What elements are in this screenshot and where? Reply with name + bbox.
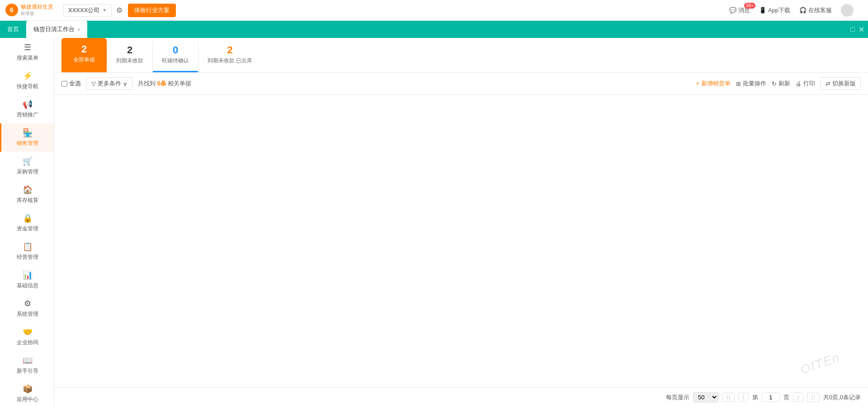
switch-icon: ⇄ [826, 80, 830, 87]
refresh-button[interactable]: ↻ 刷新 [772, 80, 790, 88]
found-suffix: 相关单据 [168, 80, 191, 87]
logo-area: 6 畅捷通好生意 标准版 [5, 4, 60, 16]
search-menu-label: 搜索菜单 [17, 54, 38, 62]
first-page-button[interactable]: ⟨⟨ [722, 393, 735, 402]
print-label: 打印 [803, 80, 815, 88]
app-download-item[interactable]: 📱 App下载 [759, 6, 790, 14]
close-tab-icon[interactable]: × [77, 27, 80, 32]
operations-label: 经营管理 [17, 253, 38, 261]
top-right-area: 💬 消息 99+ 📱 App下载 🎧 在线客服 [729, 4, 863, 17]
sidebar-item-search-menu[interactable]: ☰ 搜索菜单 [0, 38, 54, 66]
page-unit: 页 [783, 393, 789, 402]
stat-pending-label: 旺辅待确认 [162, 57, 189, 65]
trial-button[interactable]: 体验行业方案 [128, 4, 176, 17]
messages-item[interactable]: 💬 消息 99+ [729, 6, 750, 14]
per-page-label: 每页显示 [666, 393, 689, 402]
inventory-label: 库存核算 [17, 196, 38, 204]
stat-tab-all[interactable]: 2 全部单据 [61, 38, 107, 72]
batch-icon: ⊞ [736, 80, 741, 87]
filter-button[interactable]: ▽ 更多条件 ∨ [86, 77, 132, 90]
sales-icon: 🏪 [23, 128, 33, 138]
basic-info-label: 基础信息 [17, 282, 38, 290]
switch-label: 切换新版 [832, 80, 856, 88]
home-tab[interactable]: 首页 [0, 21, 26, 38]
sidebar-item-guide[interactable]: 📖 新手引导 [0, 351, 54, 379]
filter-label: 更多条件 [98, 80, 121, 88]
batch-operation-button[interactable]: ⊞ 批量操作 [736, 80, 766, 88]
basic-info-icon: 📊 [23, 270, 33, 280]
stat-tab-pending[interactable]: 0 旺辅待确认 [153, 38, 198, 72]
company-name: XXXXX公司 [68, 6, 99, 14]
inventory-icon: 🏠 [23, 185, 33, 195]
guide-icon: 📖 [23, 356, 33, 365]
sidebar-item-operations[interactable]: 📋 经营管理 [0, 237, 54, 266]
purchase-label: 采购管理 [17, 168, 38, 176]
sidebar-item-inventory[interactable]: 🏠 库存核算 [0, 180, 54, 209]
sidebar-item-marketing[interactable]: 📢 营销推广 [0, 95, 54, 123]
stat-overdue-number: 2 [116, 44, 143, 56]
sidebar: ☰ 搜索菜单 ⚡ 快捷导航 📢 营销推广 🏪 销售管理 🛒 采购管理 🏠 库存核… [0, 38, 54, 407]
app-center-label: 应用中心 [17, 396, 38, 403]
main-layout: ☰ 搜索菜单 ⚡ 快捷导航 📢 营销推广 🏪 销售管理 🛒 采购管理 🏠 库存核… [0, 38, 868, 407]
company-arrow: ▼ [102, 8, 107, 13]
headset-icon: 🎧 [799, 7, 807, 14]
sidebar-item-purchase[interactable]: 🛒 采购管理 [0, 152, 54, 180]
nav-collapse-btn[interactable]: □ [850, 25, 855, 33]
active-tab-label: 钱货日清工作台 [33, 25, 75, 33]
next-page-button[interactable]: ⟩ [793, 393, 803, 402]
page-input[interactable] [762, 393, 780, 402]
page-label: 第 [752, 393, 758, 402]
system-icon: ⚙ [24, 299, 31, 309]
app-download-label: App下载 [768, 6, 790, 14]
home-tab-label: 首页 [7, 25, 19, 33]
last-page-button[interactable]: ⟩⟩ [807, 393, 820, 402]
enterprise-label: 企业协同 [17, 339, 38, 346]
logo-icon: 6 [5, 4, 18, 16]
settings-icon[interactable]: ⚙ [116, 6, 123, 14]
toolbar: 全选 ▽ 更多条件 ∨ 共找到 0条 相关单据 + 新增销货单 ⊞ 批量操作 ↻ [54, 73, 868, 95]
sidebar-item-capital[interactable]: 🔒 资金管理 [0, 209, 54, 237]
sidebar-item-system[interactable]: ⚙ 系统管理 [0, 294, 54, 323]
sidebar-item-quick-nav[interactable]: ⚡ 快捷导航 [0, 66, 54, 95]
select-all-input[interactable] [61, 81, 67, 87]
table-area [54, 95, 868, 387]
nav-expand-btn[interactable]: ✕ [859, 25, 864, 34]
stat-pending-number: 0 [162, 44, 189, 56]
stat-all-number: 2 [71, 43, 98, 55]
select-all-label: 全选 [69, 80, 81, 88]
company-selector[interactable]: XXXXX公司 ▼ [63, 4, 112, 17]
content-area: 2 全部单据 2 到期未收款 0 旺辅待确认 2 到期未收款 已出库 [54, 38, 868, 407]
online-service-item[interactable]: 🎧 在线客服 [799, 6, 832, 14]
sidebar-item-sales[interactable]: 🏪 销售管理 [0, 123, 54, 152]
quick-nav-label: 快捷导航 [17, 83, 38, 90]
message-icon: 💬 [729, 7, 736, 14]
sidebar-item-basic-info[interactable]: 📊 基础信息 [0, 266, 54, 294]
stat-tab-overdue[interactable]: 2 到期未收款 [107, 38, 152, 72]
stat-overdue-out-number: 2 [208, 44, 252, 56]
found-text: 共找到 0条 相关单据 [138, 80, 191, 88]
stat-tab-overdue-out[interactable]: 2 到期未收款 已出库 [198, 38, 261, 72]
avatar[interactable] [841, 4, 854, 17]
add-sale-button[interactable]: + 新增销货单 [696, 80, 731, 88]
active-nav-tab[interactable]: 钱货日清工作台 × [26, 21, 87, 38]
logo-name: 畅捷通好生意 [21, 4, 53, 10]
marketing-icon: 📢 [23, 99, 33, 109]
system-label: 系统管理 [17, 310, 38, 318]
found-count: 0条 [157, 80, 166, 87]
capital-icon: 🔒 [23, 213, 33, 223]
search-menu-icon: ☰ [24, 42, 31, 52]
top-bar: 6 畅捷通好生意 标准版 XXXXX公司 ▼ ⚙ 体验行业方案 💬 消息 99+… [0, 0, 868, 21]
print-button[interactable]: 🖨 打印 [796, 80, 815, 88]
quick-nav-icon: ⚡ [23, 71, 33, 81]
toolbar-right: + 新增销货单 ⊞ 批量操作 ↻ 刷新 🖨 打印 ⇄ 切换新版 [696, 77, 861, 90]
batch-label: 批量操作 [743, 80, 766, 88]
per-page-select[interactable]: 10 20 50 100 [693, 392, 718, 402]
sidebar-item-enterprise[interactable]: 🤝 企业协同 [0, 323, 54, 351]
enterprise-icon: 🤝 [23, 327, 33, 337]
print-icon: 🖨 [796, 80, 802, 87]
prev-page-button[interactable]: ⟨ [738, 393, 749, 402]
switch-version-button[interactable]: ⇄ 切换新版 [821, 77, 861, 90]
app-download-icon: 📱 [759, 7, 766, 14]
select-all-checkbox[interactable]: 全选 [61, 80, 81, 88]
sidebar-item-app-center[interactable]: 📦 应用中心 [0, 379, 54, 407]
